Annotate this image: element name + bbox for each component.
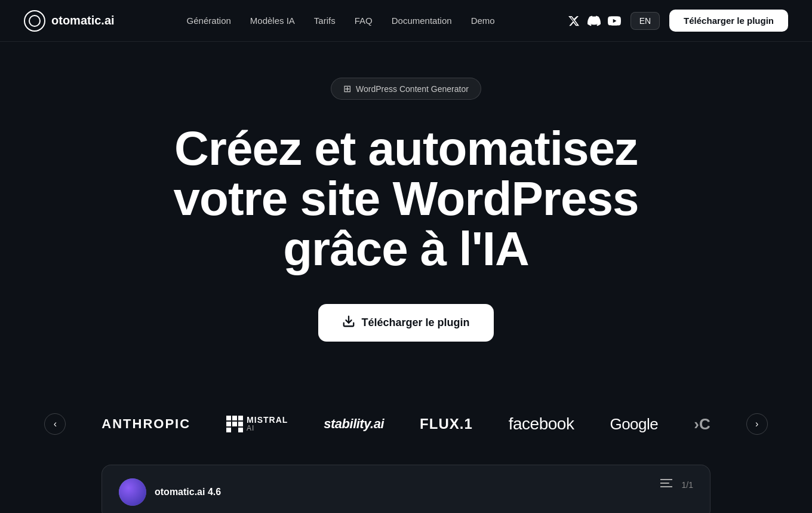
main-nav: Génération Modèles IA Tarifs FAQ Documen…: [187, 16, 495, 26]
svg-rect-5: [238, 416, 243, 420]
logo-extra: ›C: [694, 415, 710, 434]
review-section: otomatic.ai 4.6 1/1: [0, 453, 812, 513]
svg-rect-7: [232, 422, 237, 426]
logo-icon[interactable]: [24, 10, 45, 32]
language-button[interactable]: EN: [630, 12, 660, 30]
nav-faq[interactable]: FAQ: [355, 16, 373, 26]
review-pagination: 1/1: [682, 480, 693, 490]
youtube-icon[interactable]: [608, 14, 621, 27]
logo-google: Google: [610, 415, 658, 434]
review-brand-name: otomatic.ai 4.6: [155, 487, 221, 497]
nav-generation[interactable]: Génération: [187, 16, 231, 26]
brand-name: otomatic.ai: [51, 14, 115, 27]
hero-badge[interactable]: ⊞ WordPress Content Generator: [331, 78, 481, 100]
twitter-icon[interactable]: [567, 14, 580, 27]
logo-flux: FLUX.1: [420, 416, 473, 432]
stability-label: stability.ai: [324, 416, 384, 432]
nav-tarifs[interactable]: Tarifs: [314, 16, 336, 26]
logo-mistral: MISTRAL AI: [226, 416, 288, 433]
google-label: Google: [610, 415, 658, 434]
facebook-label: facebook: [509, 414, 574, 434]
review-card: otomatic.ai 4.6 1/1: [102, 465, 710, 513]
anthropic-label: ANTHROPIC: [102, 416, 190, 432]
hero-title-line3: grâce à l'IA: [283, 222, 529, 275]
nav-demo[interactable]: Demo: [471, 16, 495, 26]
mistral-name: MISTRAL: [247, 416, 288, 425]
wordpress-icon: ⊞: [343, 83, 351, 94]
navbar-brand: otomatic.ai: [24, 10, 115, 32]
hero-title: Créez et automatisez votre site WordPres…: [174, 124, 639, 274]
chevron-left-icon: ‹: [54, 419, 57, 429]
social-icons: [567, 14, 621, 27]
review-left: otomatic.ai 4.6: [119, 478, 221, 506]
download-icon: [342, 315, 355, 331]
svg-rect-10: [238, 428, 243, 432]
logos-next-button[interactable]: ›: [746, 413, 768, 435]
navbar: otomatic.ai Génération Modèles IA Tarifs…: [0, 0, 812, 42]
logo-facebook: facebook: [509, 414, 574, 434]
hero-section: ⊞ WordPress Content Generator Créez et a…: [0, 42, 812, 401]
review-lines-icon[interactable]: [660, 478, 672, 491]
avatar: [119, 478, 146, 506]
svg-rect-9: [226, 428, 231, 432]
svg-rect-8: [238, 422, 243, 426]
hero-download-label: Télécharger le plugin: [361, 317, 469, 329]
svg-point-1: [29, 16, 40, 26]
mistral-icon: [226, 416, 243, 432]
avatar-image: [119, 478, 146, 506]
svg-point-0: [24, 11, 45, 31]
navbar-right: EN Télécharger le plugin: [567, 10, 788, 32]
nav-download-button[interactable]: Télécharger le plugin: [669, 10, 788, 32]
svg-rect-6: [226, 422, 231, 426]
discord-icon[interactable]: [588, 14, 601, 27]
nav-documentation[interactable]: Documentation: [392, 16, 452, 26]
logos-prev-button[interactable]: ‹: [44, 413, 66, 435]
logo-anthropic: ANTHROPIC: [102, 416, 190, 432]
extra-label: ›C: [694, 415, 710, 434]
nav-modeles-ia[interactable]: Modèles IA: [250, 16, 295, 26]
hero-title-line2: votre site WordPress: [174, 172, 639, 225]
chevron-right-icon: ›: [755, 419, 758, 429]
svg-rect-4: [232, 416, 237, 420]
hero-download-button[interactable]: Télécharger le plugin: [318, 304, 493, 342]
logos-strip: ‹ ANTHROPIC MISTRAL: [0, 401, 812, 453]
logos-inner: ‹ ANTHROPIC MISTRAL: [0, 413, 812, 435]
logo-stability: stability.ai: [324, 416, 384, 432]
hero-badge-text: WordPress Content Generator: [356, 84, 469, 94]
flux-label: FLUX.1: [420, 416, 473, 432]
hero-title-line1: Créez et automatisez: [174, 122, 638, 175]
review-right: 1/1: [660, 478, 693, 491]
mistral-ai-label: AI: [247, 425, 288, 432]
svg-rect-3: [226, 416, 231, 420]
